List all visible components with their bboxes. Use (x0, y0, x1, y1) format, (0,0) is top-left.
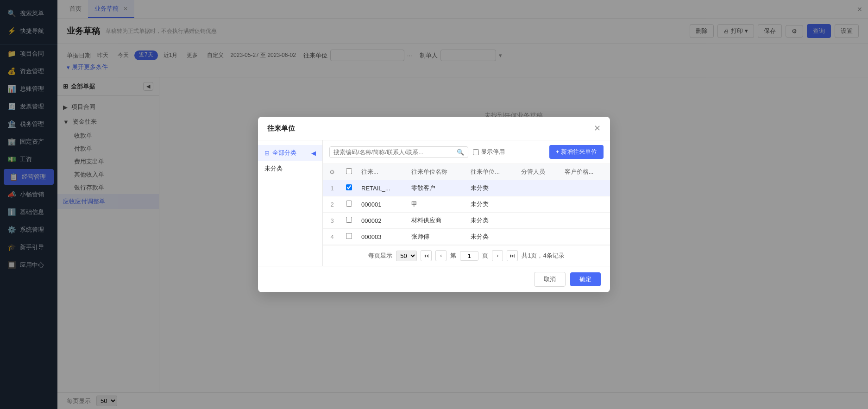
modal-table-head: ⚙ 往来... 往来单位名称 往来单位... 分管人员 客户价格... (323, 164, 610, 180)
row-checkbox-4[interactable] (346, 233, 352, 239)
col-header-settings: ⚙ (323, 164, 341, 180)
row-checkbox-3[interactable] (346, 217, 352, 223)
sidebar-collapse-icon[interactable]: ◀ (311, 150, 316, 157)
col-header-price: 客户价格... (560, 164, 610, 180)
col-header-name: 往来单位名称 (407, 164, 466, 180)
table-row[interactable]: 4 000003 张师傅 未分类 (323, 229, 610, 245)
search-icon: 🔍 (457, 149, 464, 156)
confirm-button[interactable]: 确定 (570, 272, 601, 286)
show-disabled-checkbox[interactable] (473, 149, 479, 155)
modal-main: 🔍 显示停用 + 新增往来单位 ⚙ (323, 140, 610, 266)
col-header-check (341, 164, 357, 180)
modal-header: 往来单位 ✕ (258, 117, 610, 140)
col-header-code: 往来... (357, 164, 407, 180)
partner-search-input[interactable] (333, 149, 454, 156)
modal-table-wrap: ⚙ 往来... 往来单位名称 往来单位... 分管人员 客户价格... (323, 164, 610, 245)
page-size-select[interactable]: 50 (396, 251, 417, 261)
page-number-input[interactable] (460, 251, 478, 261)
page-di-label: 第 (450, 252, 456, 260)
modal-sidebar-all[interactable]: ⊞ 全部分类 ◀ (258, 145, 322, 161)
modal-body: ⊞ 全部分类 ◀ 未分类 🔍 显示停用 (258, 140, 610, 266)
modal-footer: 取消 确定 (258, 266, 610, 292)
row-checkbox-1[interactable] (346, 184, 352, 190)
page-label: 页 (482, 252, 488, 260)
table-row[interactable]: 2 000001 甲 未分类 (323, 196, 610, 213)
modal-pagination: 每页显示 50 ⏮ ‹ 第 页 › ⏭ 共1页，4条记录 (323, 245, 610, 266)
table-row[interactable]: 3 000002 材料供应商 未分类 (323, 213, 610, 229)
row-checkbox-2[interactable] (346, 201, 352, 207)
col-header-manager: 分管人员 (516, 164, 560, 180)
modal-sidebar: ⊞ 全部分类 ◀ 未分类 (258, 140, 323, 266)
select-all-checkbox[interactable] (346, 168, 352, 174)
add-partner-button[interactable]: + 新增往来单位 (549, 145, 604, 159)
modal-table: ⚙ 往来... 往来单位名称 往来单位... 分管人员 客户价格... (323, 164, 610, 245)
total-label: 共1页，4条记录 (522, 252, 564, 260)
cancel-button[interactable]: 取消 (534, 272, 566, 287)
prev-page-button[interactable]: ‹ (435, 250, 447, 261)
search-wrap: 🔍 (329, 146, 468, 158)
modal-toolbar: 🔍 显示停用 + 新增往来单位 (323, 140, 610, 164)
table-row[interactable]: 1 RETAIL_... 零散客户 未分类 (323, 180, 610, 196)
modal-table-body: 1 RETAIL_... 零散客户 未分类 2 (323, 180, 610, 245)
first-page-button[interactable]: ⏮ (421, 250, 432, 261)
partner-modal: 往来单位 ✕ ⊞ 全部分类 ◀ 未分类 (258, 117, 610, 292)
next-page-button[interactable]: › (492, 250, 503, 261)
modal-overlay: 往来单位 ✕ ⊞ 全部分类 ◀ 未分类 (0, 0, 868, 409)
last-page-button[interactable]: ⏭ (507, 250, 518, 261)
modal-title: 往来单位 (267, 124, 295, 133)
show-disabled-label[interactable]: 显示停用 (473, 148, 505, 156)
modal-close-button[interactable]: ✕ (594, 123, 601, 133)
grid-dot-icon: ⊞ (264, 150, 270, 157)
modal-sidebar-uncategorized[interactable]: 未分类 (258, 161, 322, 176)
col-header-category: 往来单位... (466, 164, 516, 180)
